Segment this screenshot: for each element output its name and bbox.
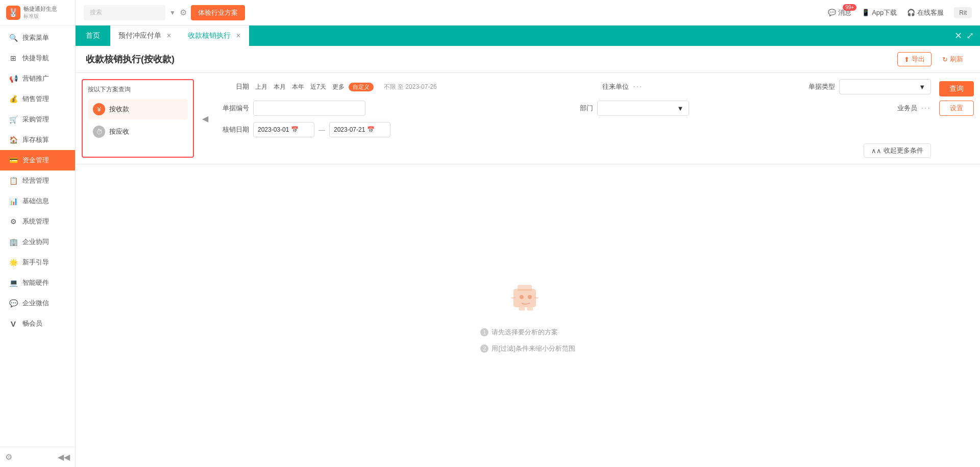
- sidebar-item-operations[interactable]: 📋 经营管理: [0, 170, 75, 191]
- filter-more-row: ∧∧ 收起更多条件: [218, 143, 931, 158]
- dept-select[interactable]: ▼: [597, 101, 689, 116]
- sidebar-item-purchase[interactable]: 🛒 采购管理: [0, 109, 75, 130]
- cancel-date-to-value: 2023-07-21: [334, 126, 365, 133]
- sidebar-item-basic[interactable]: 📊 基础信息: [0, 191, 75, 211]
- date-dash: —: [318, 126, 325, 134]
- date-field: 日期 上月 本月 本年 近7天 更多 自定义: [218, 82, 374, 92]
- collapse-icon[interactable]: ◀: [202, 114, 208, 124]
- collapse-more-btn[interactable]: ∧∧ 收起更多条件: [864, 143, 931, 158]
- cancel-date-from-input[interactable]: 2023-03-01 📅: [253, 122, 314, 137]
- top-header: 搜索 ▼ ⚙ 体验行业方案 💬 消息 99+ 📱 App下载 🎧 在线客服 Ri…: [76, 0, 980, 26]
- sidebar-item-marketing[interactable]: 📢 营销推广: [0, 68, 75, 89]
- export-button[interactable]: ⬆ 导出: [897, 52, 932, 66]
- tab-collect-cancel[interactable]: 收款核销执行 ✕: [180, 26, 249, 46]
- tip-num-2: 2: [480, 345, 488, 353]
- tab-expand-icon[interactable]: ⤢: [966, 30, 974, 41]
- collapse-chevrons-icon: ∧∧: [871, 147, 881, 155]
- dept-field: 部门 ▼: [562, 101, 689, 116]
- date-btn-more[interactable]: 更多: [330, 82, 347, 92]
- date-btn-7days[interactable]: 近7天: [308, 82, 328, 92]
- date-btn-this-year[interactable]: 本年: [290, 82, 306, 92]
- header-gear-icon[interactable]: ⚙: [180, 8, 187, 17]
- empty-tip-2: 用[过滤]条件来缩小分析范围: [492, 342, 575, 355]
- filter-row-1: 日期 上月 本月 本年 近7天 更多 自定义 不限 至 2023-07-26: [218, 79, 931, 94]
- sidebar-collapse-btn[interactable]: ◀◀: [58, 452, 70, 462]
- by-receivable-icon: ⏱: [93, 126, 105, 138]
- tip-num-1: 1: [480, 328, 488, 336]
- sidebar-label-inventory: 库存核算: [22, 135, 49, 144]
- header-app-download[interactable]: 📱 App下载: [862, 8, 897, 17]
- panel-collapse-btn[interactable]: ◀: [200, 73, 210, 164]
- sidebar-item-funds[interactable]: 💳 资金管理: [0, 150, 75, 170]
- sidebar-item-search-menu[interactable]: 🔍 搜索菜单: [0, 28, 75, 48]
- industry-btn[interactable]: 体验行业方案: [191, 5, 245, 20]
- filter-panel-title: 按以下方案查询: [88, 85, 188, 94]
- sidebar-label-marketing: 营销推广: [22, 74, 49, 83]
- tab-collect-cancel-close-icon[interactable]: ✕: [236, 32, 241, 39]
- refresh-label: 刷新: [950, 55, 963, 64]
- refresh-icon: ↻: [942, 56, 948, 63]
- sidebar-settings-btn[interactable]: ⚙: [5, 452, 12, 462]
- by-receipt-icon: ¥: [93, 103, 105, 115]
- by-receipt-label: 按收款: [109, 105, 129, 114]
- sidebar-item-beginner[interactable]: 🌟 新手引导: [0, 252, 75, 273]
- date-custom-badge[interactable]: 自定义: [349, 83, 374, 91]
- export-label: 导出: [912, 55, 925, 64]
- sidebar-nav: 🔍 搜索菜单 ⊞ 快捷导航 📢 营销推广 💰 销售管理 🛒 采购管理 🏠 库存核…: [0, 26, 75, 447]
- page-title: 收款核销执行(按收款): [86, 53, 175, 65]
- filter-right-panel: 日期 上月 本月 本年 近7天 更多 自定义 不限 至 2023-07-26: [210, 73, 939, 164]
- sidebar-label-beginner: 新手引导: [22, 258, 49, 267]
- tab-prepay-close-icon[interactable]: ✕: [166, 32, 172, 39]
- header-dropdown-btn[interactable]: ▼: [169, 9, 176, 16]
- logo-text: 畅捷通好生意: [23, 5, 57, 12]
- refresh-button[interactable]: ↻ 刷新: [936, 52, 970, 66]
- tab-home[interactable]: 首页: [76, 26, 110, 46]
- doc-type-select[interactable]: ▼: [839, 79, 931, 94]
- cancel-date-to-input[interactable]: 2023-07-21 📅: [329, 122, 390, 137]
- doc-type-field: 单据类型 ▼: [804, 79, 931, 94]
- export-icon: ⬆: [904, 56, 910, 63]
- system-icon: ⚙: [8, 216, 18, 227]
- svg-rect-1: [518, 285, 532, 291]
- search-icon: 🔍: [8, 33, 18, 43]
- doc-no-input[interactable]: [253, 101, 365, 116]
- sidebar-label-operations: 经营管理: [22, 176, 49, 185]
- counterparty-field: 往来单位 ···: [598, 82, 643, 91]
- staff-dots[interactable]: ···: [921, 104, 931, 113]
- header-online-service[interactable]: 🎧 在线客服: [907, 8, 944, 17]
- header-user[interactable]: Rit: [954, 7, 972, 18]
- purchase-icon: 🛒: [8, 114, 18, 125]
- date-btn-this-month[interactable]: 本月: [272, 82, 288, 92]
- svg-rect-7: [527, 307, 533, 310]
- logo-text-group: 畅捷通好生意 标准版: [23, 5, 57, 19]
- date-btn-last-month[interactable]: 上月: [253, 82, 270, 92]
- tab-prepay-label: 预付冲应付单: [118, 31, 161, 40]
- sidebar-item-enterprise[interactable]: 🏢 企业协同: [0, 232, 75, 252]
- sidebar-item-inventory[interactable]: 🏠 库存核算: [0, 130, 75, 150]
- cancel-date-from-value: 2023-03-01: [258, 126, 289, 133]
- header-right: 💬 消息 99+ 📱 App下载 🎧 在线客服 Rit: [828, 7, 972, 18]
- sidebar-label-enterprise: 企业协同: [22, 237, 49, 247]
- query-button[interactable]: 查询: [939, 81, 974, 96]
- header-msg[interactable]: 💬 消息 99+: [828, 8, 851, 17]
- settings-button[interactable]: 设置: [939, 101, 974, 116]
- sidebar-item-smart-hw[interactable]: 💻 智能硬件: [0, 273, 75, 293]
- sidebar-item-sales[interactable]: 💰 销售管理: [0, 89, 75, 109]
- doc-type-chevron: ▼: [919, 83, 925, 91]
- sidebar-item-system[interactable]: ⚙ 系统管理: [0, 211, 75, 232]
- sidebar-item-quick-nav[interactable]: ⊞ 快捷导航: [0, 48, 75, 68]
- header-search-display: 搜索: [84, 5, 165, 20]
- sidebar-item-member[interactable]: V 畅会员: [0, 313, 75, 334]
- msg-badge: 99+: [843, 4, 856, 11]
- sidebar-label-purchase: 采购管理: [22, 115, 49, 124]
- counterparty-dots[interactable]: ···: [633, 82, 643, 91]
- filter-option-by-receivable[interactable]: ⏱ 按应收: [88, 121, 188, 142]
- sidebar-item-corp-wechat[interactable]: 💬 企业微信: [0, 293, 75, 313]
- empty-state: 1 请先选择要分析的方案 2 用[过滤]条件来缩小分析范围: [76, 164, 980, 467]
- filter-area: 按以下方案查询 ¥ 按收款 ⏱ 按应收 ◀: [76, 73, 980, 164]
- doc-type-label: 单据类型: [804, 82, 835, 91]
- filter-option-by-receipt[interactable]: ¥ 按收款: [88, 99, 188, 119]
- tab-prepay[interactable]: 预付冲应付单 ✕: [110, 26, 180, 46]
- header-left: 搜索 ▼ ⚙ 体验行业方案: [84, 5, 245, 20]
- tab-close-all-icon[interactable]: ✕: [954, 30, 962, 41]
